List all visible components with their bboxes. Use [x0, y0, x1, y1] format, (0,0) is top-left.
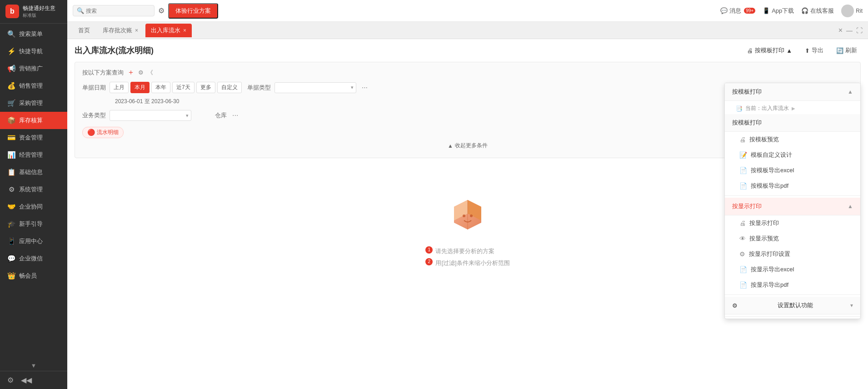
dropdown-item-display_preview[interactable]: 👁按显示预览: [725, 231, 860, 246]
doc-type-more-btn[interactable]: ···: [360, 84, 369, 92]
empty-hints: 1 请先选择要分析的方案 2 用[过滤]条件来缩小分析范围: [425, 245, 509, 269]
dropdown-section-template_print[interactable]: 按模板打印: [725, 114, 860, 132]
sidebar-item-wechat[interactable]: 💬企业微信: [0, 250, 67, 267]
date-pill-last7[interactable]: 近7天: [172, 82, 195, 93]
sidebar-item-label-inventory: 库存核算: [19, 116, 43, 125]
settings-icon[interactable]: ⚙: [7, 376, 14, 384]
active-filter-tag[interactable]: 🔴 流水明细: [82, 127, 124, 138]
date-pill-more[interactable]: 更多: [196, 82, 215, 93]
user-info[interactable]: Rit: [841, 5, 863, 17]
export-btn[interactable]: ⬆ 导出: [801, 45, 827, 56]
display_export_pdf-label: 按显示导出pdf: [751, 281, 788, 289]
sidebar-item-label-search: 搜索菜单: [19, 30, 43, 38]
sidebar-item-basic[interactable]: 📋基础信息: [0, 164, 67, 181]
message-btn[interactable]: 💬 消息 99+: [720, 7, 755, 15]
dropdown-item-template_export_excel[interactable]: 📄按模板导出excel: [725, 163, 860, 178]
filter-add-btn[interactable]: ＋: [127, 68, 135, 77]
app-download-btn[interactable]: 📱 App下载: [763, 7, 794, 15]
dropdown-item-display_print_item[interactable]: 🖨按显示打印: [725, 215, 860, 231]
business-type-select[interactable]: [110, 110, 191, 121]
sidebar-item-guide[interactable]: 🎓新手引导: [0, 215, 67, 233]
template_customize-icon: 📝: [739, 151, 747, 159]
customer-service-btn[interactable]: 🎧 在线客服: [801, 7, 834, 15]
tab-home[interactable]: 首页: [73, 24, 95, 37]
doc-type-select-wrap: [274, 82, 356, 93]
display_print_settings-icon: ⚙: [739, 250, 745, 258]
sidebar-item-label-system: 系统管理: [19, 185, 43, 194]
search-input[interactable]: [86, 8, 140, 14]
sidebar-item-label-purchase: 采购管理: [19, 99, 43, 107]
trial-btn[interactable]: 体验行业方案: [168, 3, 218, 19]
sidebar-item-operation[interactable]: 📊经营管理: [0, 146, 67, 164]
doc-type-select[interactable]: [274, 82, 356, 93]
gear-icon[interactable]: ⚙: [158, 6, 165, 15]
sidebar-item-search[interactable]: 🔍搜索菜单: [0, 25, 67, 43]
guide-icon: 🎓: [7, 220, 15, 228]
dropdown-item-display_export_pdf[interactable]: 📄按显示导出pdf: [725, 277, 860, 293]
dropdown-header[interactable]: 按模板打印▲: [725, 83, 860, 101]
sidebar-item-appcenter[interactable]: 📱应用中心: [0, 233, 67, 250]
dropdown-item-template_customize[interactable]: 📝模板自定义设计: [725, 147, 860, 163]
shortcuts-icon: ⚡: [7, 47, 15, 55]
avatar: [841, 5, 854, 17]
template_customize-label: 模板自定义设计: [751, 151, 792, 159]
dropdown-item-template_export_pdf[interactable]: 📄按模板导出pdf: [725, 178, 860, 194]
tab-close-batch[interactable]: ×: [135, 27, 138, 34]
filter-label: 按以下方案查询: [82, 69, 124, 77]
tab-flow[interactable]: 出入库流水×: [145, 24, 192, 37]
sidebar-item-finance[interactable]: 💳资金管理: [0, 129, 67, 146]
date-pill-current_month[interactable]: 本月: [130, 82, 150, 93]
date-pill-prev_month[interactable]: 上月: [110, 82, 129, 93]
finance-icon: 💳: [7, 134, 15, 142]
warehouse-label: 仓库: [215, 111, 227, 120]
dropdown-section-default_settings[interactable]: ⚙设置默认功能▾: [725, 297, 860, 314]
filter-collapse-icon[interactable]: 《: [147, 69, 153, 77]
dropdown-item-template_preview[interactable]: 🖨按模板预览: [725, 132, 860, 147]
search-icon: 🔍: [7, 30, 15, 38]
sidebar-nav: 🔍搜索菜单⚡快捷导航📢营销推广💰销售管理🛒采购管理📦库存核算💳资金管理📊经营管理…: [0, 24, 67, 360]
dropdown-item-display_export_excel[interactable]: 📄按显示导出excel: [725, 262, 860, 277]
refresh-icon: 🔄: [836, 47, 843, 54]
sidebar-item-label-member: 畅会员: [19, 272, 37, 280]
warehouse-more-btn[interactable]: ···: [230, 111, 240, 120]
sidebar-item-shortcuts[interactable]: ⚡快捷导航: [0, 43, 67, 60]
business-type-select-wrap: [110, 110, 191, 121]
page-title: 出入库流水(流水明细): [75, 45, 154, 56]
sidebar-scroll-down[interactable]: ▼: [0, 360, 67, 371]
page-content: 出入库流水(流水明细) 🖨 按模板打印 ▲ ⬆ 导出 🔄 刷新: [67, 39, 868, 389]
search-box[interactable]: 🔍: [73, 5, 155, 16]
refresh-btn[interactable]: 🔄 刷新: [833, 45, 861, 56]
current-option-text: 当前：出入库流水: [745, 105, 789, 112]
svg-point-4: [463, 214, 465, 217]
sidebar-item-system[interactable]: ⚙系统管理: [0, 181, 67, 198]
date-range-display: 2023-06-01 至 2023-06-30: [115, 98, 179, 105]
tab-maximize-icon[interactable]: ⛶: [856, 27, 863, 34]
sidebar-logo: b 畅捷通好生意 标准版: [0, 0, 67, 24]
filter-settings-icon[interactable]: ⚙: [138, 69, 144, 76]
tab-close-all-icon[interactable]: ×: [838, 26, 843, 35]
tab-label-home: 首页: [78, 26, 90, 35]
template_preview-label: 按模板预览: [749, 135, 779, 144]
sidebar-item-purchase[interactable]: 🛒采购管理: [0, 95, 67, 112]
dropdown-divider-display_print: [725, 294, 860, 295]
date-pill-current_year[interactable]: 本年: [151, 82, 170, 93]
sidebar-item-inventory[interactable]: 📦库存核算: [0, 112, 67, 129]
collapse-sidebar-icon[interactable]: ◀◀: [21, 376, 32, 384]
sidebar-item-member[interactable]: 👑畅会员: [0, 267, 67, 284]
print-template-btn[interactable]: 🖨 按模板打印 ▲: [743, 45, 796, 56]
tab-minimize-icon[interactable]: —: [846, 27, 853, 34]
dropdown-section-display_print[interactable]: 按显示打印▲: [725, 198, 860, 215]
sidebar-item-cooperation[interactable]: 🤝企业协同: [0, 198, 67, 215]
sidebar-item-sales[interactable]: 💰销售管理: [0, 77, 67, 95]
tab-batch[interactable]: 库存批次账×: [97, 24, 144, 37]
dropdown-item-display_print_settings[interactable]: ⚙按显示打印设置: [725, 246, 860, 262]
print-dropdown-panel: 按模板打印▲📑当前：出入库流水▶按模板打印🖨按模板预览📝模板自定义设计📄按模板导…: [724, 83, 861, 319]
date-pill-custom[interactable]: 自定义: [217, 82, 242, 93]
tab-close-flow[interactable]: ×: [183, 27, 186, 34]
sidebar-item-marketing[interactable]: 📢营销推广: [0, 60, 67, 77]
dropdown-title: 按模板打印: [732, 88, 762, 96]
operation-icon: 📊: [7, 151, 15, 159]
template_preview-icon: 🖨: [739, 136, 746, 143]
wechat-icon: 💬: [7, 254, 15, 263]
export-label: 导出: [812, 46, 823, 55]
